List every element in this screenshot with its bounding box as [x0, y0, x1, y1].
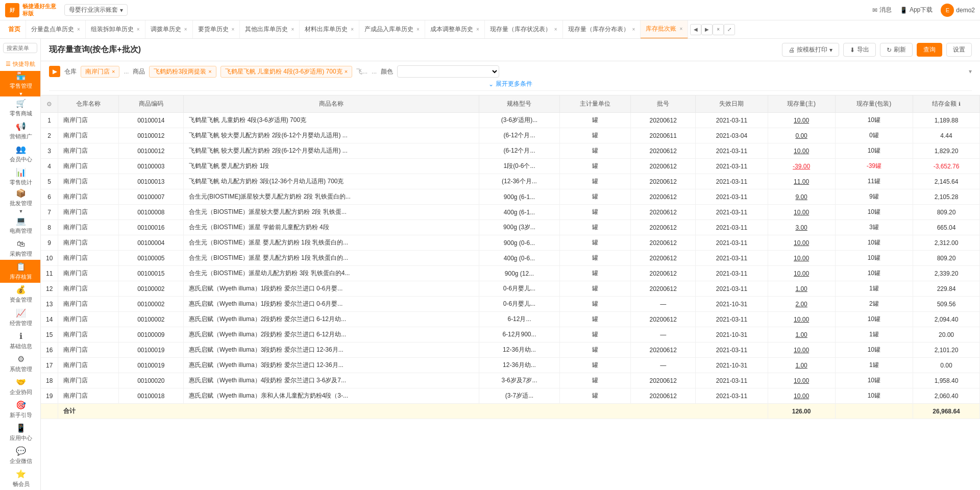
wechat-icon: 💬 [16, 446, 26, 456]
sidebar-item-basic-info[interactable]: ℹ 基础信息 [0, 329, 40, 352]
tab-close-icon[interactable]: × [291, 27, 294, 32]
tab-10[interactable]: 现存量（库存分布表） × [563, 20, 641, 39]
print-button[interactable]: 🖨 按模板打印 ▾ [782, 43, 839, 57]
tab-home[interactable]: 首页 [3, 20, 26, 39]
goods-more-ellipsis[interactable]: ... [372, 68, 377, 75]
sidebar-item-wechat[interactable]: 💬 企业微信 [0, 444, 40, 467]
tab-close-icon[interactable]: × [476, 27, 479, 32]
tab-4[interactable]: 要货单历史 × [193, 20, 240, 39]
tab-close-icon[interactable]: × [679, 26, 682, 32]
content-area: 现存量查询(按仓库+批次) 🖨 按模板打印 ▾ ⬇ 导出 ↻ 刷新 查询 [41, 39, 980, 490]
tab-6[interactable]: 材料出库单历史 × [300, 20, 359, 39]
wholesale-icon: 📦 [16, 188, 26, 198]
warehouse-tag-close[interactable]: × [112, 68, 115, 75]
filter-expand-arrow[interactable]: ▶ [49, 66, 60, 77]
tab-2[interactable]: 组装拆卸单历史 × [86, 20, 145, 39]
sidebar-item-system[interactable]: ⚙ 系统管理 [0, 352, 40, 375]
col-name: 商品名称 [184, 95, 479, 113]
main-layout: ☰ 快捷导航 🏪 零售管理 ▼ 🛒 零售商城 📢 营销推广 👥 会员中心 📊 零… [0, 39, 980, 490]
enterprise-name: 母婴行业演示账套 [69, 6, 118, 14]
tab-close-icon[interactable]: × [416, 27, 420, 32]
sidebar-item-collab[interactable]: 🤝 企业协同 [0, 375, 40, 398]
tab-close-icon[interactable]: × [632, 27, 635, 32]
sidebar-item-marketing[interactable]: 📢 营销推广 [0, 119, 40, 142]
sidebar-item-purchase[interactable]: 🛍 采购管理 [0, 237, 40, 260]
print-icon: 🖨 [789, 46, 795, 54]
messages-button[interactable]: ✉ 消息 [872, 6, 892, 14]
chevron-down-icon: ▾ [120, 7, 123, 14]
retail-mgmt-icon: 🏪 [16, 71, 26, 81]
page-title: 现存量查询(按仓库+批次) [49, 44, 141, 55]
sidebar-item-finance[interactable]: 💰 资金管理 [0, 283, 40, 306]
table-row: 17南岸门店00100019惠氏启赋（Wyeth illuma）3段奶粉 爱尔兰… [41, 358, 980, 373]
col-unit: 主计量单位 [560, 95, 631, 113]
tab-bar: 首页 分量盘点单历史 × 组装拆卸单历史 × 调拨单历史 × 要货单历史 × 其… [0, 20, 980, 39]
tab-close-icon[interactable]: × [184, 27, 187, 32]
tab-close-all-button[interactable]: × [713, 24, 724, 35]
table-row: 10南岸门店00100005合生元（BIOSTIME）派星 婴儿配方奶粉 1段 … [41, 251, 980, 266]
tab-close-icon[interactable]: × [137, 27, 140, 32]
expand-more-button[interactable]: ⌄ 展开更多条件 [488, 80, 532, 88]
goods-ellipsis[interactable]: 飞... [356, 67, 368, 76]
tab-maximize-button[interactable]: ⤢ [724, 24, 735, 35]
table-row: 15南岸门店00100009惠氏启赋（Wyeth illuma）2段奶粉 爱尔兰… [41, 327, 980, 342]
app-download-button[interactable]: 📱 App下载 [900, 6, 933, 14]
chevron-icon: ▼ [19, 91, 23, 96]
tab-prev-button[interactable]: ◀ [690, 24, 701, 35]
tab-7[interactable]: 产成品入库单历史 × [359, 20, 425, 39]
logo-icon: 好 [5, 3, 19, 17]
tab-11[interactable]: 库存批次账 × [641, 20, 688, 39]
color-label: 颜色 [381, 67, 393, 76]
brand-name: 畅捷通好生意 标版 [22, 3, 56, 16]
top-bar: 好 畅捷通好生意 标版 母婴行业演示账套 ▾ ✉ 消息 📱 App下载 E de… [0, 0, 980, 20]
chevron-down-icon: ⌄ [488, 81, 494, 88]
sidebar-item-wholesale[interactable]: 📦 批发管理 ▼ [0, 188, 40, 214]
tab-next-button[interactable]: ▶ [701, 24, 713, 35]
search-input[interactable] [3, 43, 37, 53]
tab-close-icon[interactable]: × [351, 27, 354, 32]
table-row: 9南岸门店00100004合生元（BIOSTIME）派星 婴儿配方奶粉 1段 乳… [41, 235, 980, 251]
export-button[interactable]: ⬇ 导出 [843, 43, 876, 57]
quick-nav-label[interactable]: ☰ 快捷导航 [0, 57, 40, 71]
sidebar-item-retail-shop[interactable]: 🛒 零售商城 [0, 96, 40, 119]
sidebar-item-retail-mgmt[interactable]: 🏪 零售管理 ▼ [0, 71, 40, 96]
sidebar-item-business[interactable]: 📈 经营管理 [0, 306, 40, 329]
settings-button[interactable]: 设置 [946, 43, 972, 57]
tab-5[interactable]: 其他出库单历史 × [240, 20, 300, 39]
color-select[interactable] [397, 65, 499, 78]
tab-close-icon[interactable]: × [554, 27, 557, 32]
tab-3[interactable]: 调拨单历史 × [145, 20, 193, 39]
color-select-area [397, 65, 965, 78]
page-actions: 🖨 按模板打印 ▾ ⬇ 导出 ↻ 刷新 查询 设置 [782, 43, 972, 57]
collab-icon: 🤝 [16, 377, 26, 387]
goods-tag-2-close[interactable]: × [345, 68, 348, 75]
goods-filter-tag-1: 飞鹤奶粉3段两提装 × [149, 66, 216, 78]
sidebar-item-inventory[interactable]: 📋 库存核算 [0, 260, 40, 283]
tab-close-icon[interactable]: × [77, 27, 80, 32]
tab-1[interactable]: 分量盘点单历史 × [26, 20, 86, 39]
stats-icon: 📊 [16, 167, 26, 177]
tab-close-icon[interactable]: × [232, 27, 235, 32]
warehouse-ellipsis[interactable]: ... [124, 68, 129, 75]
user-menu[interactable]: E demo2 [941, 4, 975, 17]
sidebar-item-apps[interactable]: 📱 应用中心 [0, 421, 40, 444]
col-balance: 结存金额 ℹ [913, 95, 980, 113]
gear-icon[interactable]: ⚙ [46, 101, 52, 108]
tab-9[interactable]: 现存量（库存状况表） × [485, 20, 563, 39]
purchase-icon: 🛍 [17, 239, 25, 249]
refresh-button[interactable]: ↻ 刷新 [880, 43, 913, 57]
logo-area: 好 畅捷通好生意 标版 [5, 3, 56, 17]
goods-filter-tag-2: 飞鹤星飞帆 儿童奶粉 4段(3-6岁适用) 700克 × [220, 66, 352, 78]
goods-tag-1-close[interactable]: × [208, 68, 211, 75]
query-button[interactable]: 查询 [917, 43, 942, 57]
enterprise-selector[interactable]: 母婴行业演示账套 ▾ [64, 4, 128, 16]
sidebar-item-member[interactable]: 👥 会员中心 [0, 142, 40, 165]
sidebar-item-ecommerce[interactable]: 💻 电商管理 [0, 214, 40, 237]
sidebar-item-retail-stats[interactable]: 📊 零售统计 [0, 165, 40, 188]
member-icon: 👥 [16, 144, 26, 154]
sidebar-item-vip[interactable]: ⭐ 畅会员 [0, 467, 40, 490]
table-row: 1南岸门店00100014飞鹤星飞帆 儿童奶粉 4段(3-6岁适用) 700克(… [41, 113, 980, 128]
table-row: 4南岸门店00100003飞鹤星飞帆 婴儿配方奶粉 1段1段(0-6个...罐2… [41, 159, 980, 174]
tab-8[interactable]: 成本调整单历史 × [425, 20, 485, 39]
sidebar-item-guide[interactable]: 🎯 新手引导 [0, 398, 40, 421]
